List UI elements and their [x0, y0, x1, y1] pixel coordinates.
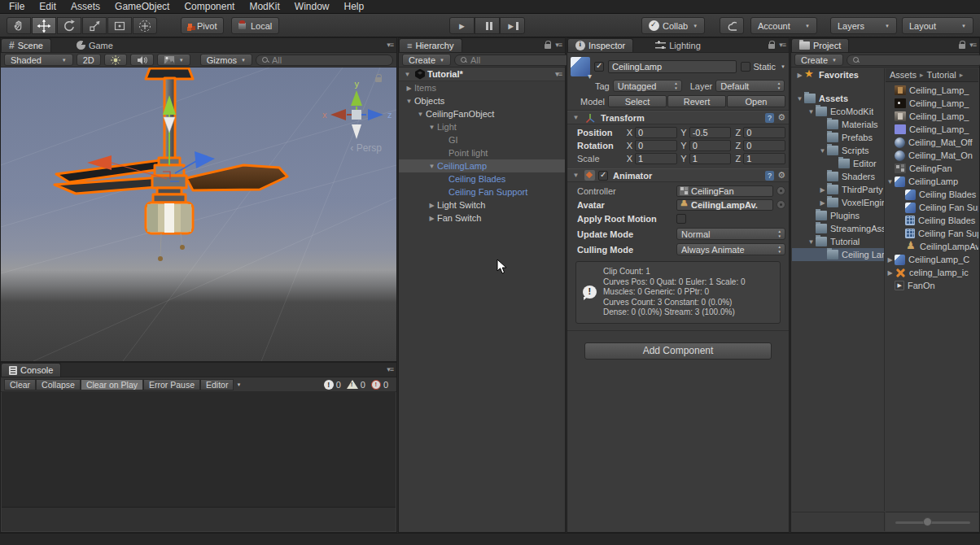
animator-header[interactable]: Animator ? ⚙	[567, 168, 789, 182]
console-button[interactable]: Collapse	[36, 379, 81, 390]
cloud-button[interactable]	[720, 17, 744, 34]
panel-menu-icon[interactable]	[779, 41, 785, 49]
foldout-icon[interactable]	[795, 72, 804, 79]
project-tree-row[interactable]: EcoModKit	[792, 105, 884, 118]
project-tree-row[interactable]: Scripts	[792, 144, 884, 157]
foldout-icon[interactable]	[886, 269, 895, 277]
foldout-icon[interactable]	[571, 172, 581, 179]
rotate-tool-button[interactable]	[57, 17, 81, 34]
transform-z-input[interactable]	[743, 153, 785, 164]
hierarchy-row[interactable]: Fan Switch	[399, 211, 565, 225]
scene-header-row[interactable]: Tutorial*	[399, 68, 565, 81]
panel-menu-icon[interactable]	[555, 41, 562, 49]
project-tree-row[interactable]: StreamingAssets	[792, 222, 884, 235]
transform-y-input[interactable]	[689, 153, 732, 164]
project-tree-row[interactable]: Assets	[792, 92, 884, 105]
project-file-row[interactable]: Ceiling Fan Support	[886, 201, 978, 214]
project-file-row[interactable]: CeilingLamp_C	[886, 253, 978, 266]
panel-menu-icon[interactable]	[969, 41, 976, 49]
layout-dropdown[interactable]: Layout ▼	[902, 17, 973, 34]
foldout-icon[interactable]	[427, 124, 437, 131]
project-file-row[interactable]: Ceiling Blades	[886, 214, 978, 227]
tag-dropdown[interactable]: Untagged	[613, 80, 682, 92]
project-file-row[interactable]: Ceiling_Lamp_	[886, 84, 978, 97]
hierarchy-row[interactable]: Ceiling Blades	[399, 172, 565, 185]
project-file-row[interactable]: CeilingLampAvatar	[886, 240, 978, 253]
project-tree-row[interactable]: Favorites	[792, 68, 884, 81]
console-button[interactable]: Error Pause	[143, 379, 200, 390]
breadcrumb-item[interactable]: Assets	[890, 70, 927, 80]
local-toggle[interactable]: Local	[231, 17, 279, 34]
model-action-button[interactable]: Revert	[667, 95, 726, 107]
foldout-icon[interactable]	[404, 85, 414, 92]
add-component-button[interactable]: Add Component	[584, 342, 772, 360]
culling-mode-dropdown[interactable]: Always Animate	[676, 243, 785, 255]
project-search-input[interactable]	[863, 55, 978, 65]
menu-item[interactable]: File	[2, 0, 32, 13]
console-detail-pane[interactable]	[2, 508, 396, 531]
foldout-icon[interactable]	[886, 256, 895, 264]
scene-audio-toggle[interactable]	[130, 54, 154, 66]
tab-inspector[interactable]: Inspector	[567, 38, 633, 52]
active-checkbox[interactable]	[594, 62, 604, 72]
tab-console[interactable]: Console	[1, 363, 61, 377]
foldout-icon[interactable]	[818, 147, 827, 155]
transform-y-input[interactable]	[689, 127, 732, 138]
gameobject-name-input[interactable]	[608, 60, 737, 73]
pivot-toggle[interactable]: Pivot	[181, 17, 224, 34]
project-file-row[interactable]: Ceiling_Mat_Off	[886, 136, 978, 149]
tab-project[interactable]: Project	[791, 38, 849, 52]
chevron-down-icon[interactable]: ▼	[781, 64, 785, 69]
move-tool-button[interactable]	[32, 17, 56, 34]
foldout-icon[interactable]	[427, 202, 437, 209]
hierarchy-row[interactable]: Objects	[399, 94, 565, 107]
gizmos-dropdown[interactable]: Gizmos ▼	[200, 54, 252, 66]
hierarchy-row[interactable]: GI	[399, 133, 565, 146]
scene-menu-icon[interactable]	[555, 70, 562, 78]
perspective-toggle[interactable]: ‹ Persp	[350, 142, 382, 154]
collab-dropdown[interactable]: Collab ▼	[641, 17, 705, 34]
foldout-icon[interactable]	[886, 178, 895, 185]
zoom-slider-track[interactable]	[895, 521, 970, 524]
model-action-button[interactable]: Select	[608, 95, 667, 107]
project-file-row[interactable]: FanOn	[886, 279, 978, 292]
controller-field[interactable]: CeilingFan	[676, 185, 773, 197]
project-tree-row[interactable]: VoxelEngine	[792, 196, 884, 209]
update-mode-dropdown[interactable]: Normal	[676, 228, 785, 240]
orientation-gizmo[interactable]: y x z	[322, 79, 392, 139]
project-file-row[interactable]: CeilingLamp	[886, 175, 978, 188]
transform-tool-button[interactable]	[133, 17, 157, 34]
scene-lighting-toggle[interactable]	[104, 54, 127, 66]
foldout-icon[interactable]	[415, 111, 426, 118]
foldout-icon[interactable]	[795, 95, 804, 102]
menu-item[interactable]: GameObject	[107, 0, 177, 13]
project-tree-row[interactable]: Shaders	[792, 170, 884, 183]
project-file-row[interactable]: Ceiling Fan Support	[886, 227, 978, 240]
hierarchy-row[interactable]: Ceiling Fan Support	[399, 185, 565, 198]
layers-dropdown[interactable]: Layers ▼	[830, 17, 897, 34]
console-log-list[interactable]	[2, 391, 396, 508]
hierarchy-row[interactable]: Items	[399, 81, 565, 94]
project-file-row[interactable]: Ceiling_Lamp_	[886, 110, 978, 123]
hierarchy-row[interactable]: CeilingLamp	[399, 159, 565, 172]
help-icon[interactable]: ?	[765, 113, 774, 123]
foldout-icon[interactable]	[807, 108, 816, 116]
hierarchy-row[interactable]: Light	[399, 120, 565, 133]
avatar-field[interactable]: CeilingLampAv.	[676, 199, 773, 211]
lock-icon[interactable]	[768, 44, 775, 49]
project-tree-row[interactable]: Ceiling Lamp	[792, 248, 884, 261]
project-tree-row[interactable]: Tutorial	[792, 235, 884, 248]
project-file-row[interactable]: Ceiling_Mat_On	[886, 149, 978, 162]
transform-x-input[interactable]	[635, 140, 677, 151]
menu-item[interactable]: Component	[177, 0, 242, 13]
error-counter[interactable]: !0	[371, 380, 388, 390]
object-picker-icon[interactable]	[777, 186, 785, 195]
transform-header[interactable]: Transform ? ⚙	[567, 111, 789, 124]
scene-search-input[interactable]	[272, 55, 387, 65]
transform-x-input[interactable]	[635, 153, 677, 164]
create-button[interactable]: Create ▼	[794, 54, 843, 66]
tab-hierarchy[interactable]: ≡ Hierarchy	[399, 38, 462, 52]
zoom-slider-knob[interactable]	[923, 517, 932, 526]
project-file-row[interactable]: Ceiling Blades	[886, 188, 978, 201]
project-tree-row[interactable]: Plugins	[792, 209, 884, 222]
